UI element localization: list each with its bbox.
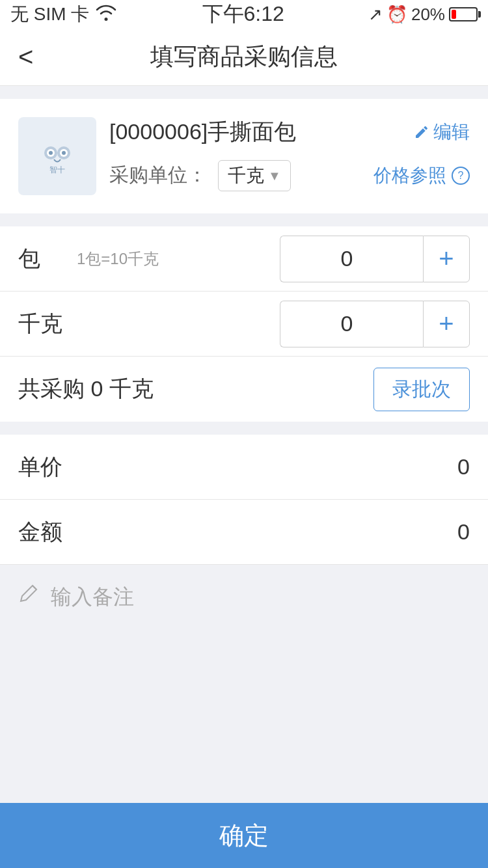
edit-button[interactable]: 编辑 [414, 120, 470, 144]
pack-plus-button[interactable]: + [423, 236, 470, 282]
kg-input[interactable] [280, 301, 423, 347]
amount-row: 金额 0 [0, 500, 488, 565]
svg-text:?: ? [458, 170, 464, 181]
kg-label: 千克 [18, 309, 70, 339]
unit-label: 采购单位： [109, 164, 207, 185]
svg-text:智十: 智十 [49, 165, 65, 174]
amount-value: 0 [457, 519, 470, 545]
back-button[interactable]: < [18, 42, 33, 72]
wifi-icon [94, 3, 118, 26]
status-bar: 无 SIM 卡 下午6:12 ↗ ⏰ 20% [0, 0, 488, 29]
top-divider [0, 86, 488, 99]
kg-plus-button[interactable]: + [423, 301, 470, 347]
record-batch-button[interactable]: 录批次 [373, 368, 470, 411]
alarm-icon: ⏰ [386, 5, 407, 25]
unit-row: 采购单位： 千克 ▼ 价格参照 ? [109, 160, 470, 191]
status-left: 无 SIM 卡 [10, 2, 118, 27]
no-sim-text: 无 SIM 卡 [10, 2, 89, 27]
remark-area[interactable]: 输入备注 [0, 565, 488, 643]
unit-price-label: 单价 [18, 452, 457, 482]
confirm-button[interactable]: 确定 [0, 803, 488, 868]
pencil-icon [18, 583, 42, 606]
pack-number-display [280, 236, 423, 282]
pack-sublabel: 1包=10千克 [77, 249, 280, 269]
pack-label: 包 [18, 244, 70, 274]
svg-point-5 [62, 151, 66, 155]
summary-row: 共采购 0 千克 录批次 [0, 357, 488, 422]
product-info: [0000006]手撕面包 编辑 采购单位： 千克 ▼ 价格参照 ? [109, 117, 470, 191]
product-name: [0000006]手撕面包 [109, 117, 296, 147]
nav-bar: < 填写商品采购信息 [0, 29, 488, 86]
kg-input-control: + [280, 301, 470, 347]
svg-point-4 [49, 151, 53, 155]
status-time: 下午6:12 [202, 0, 284, 29]
pack-input[interactable] [280, 236, 423, 282]
location-icon: ↗ [368, 5, 383, 25]
battery-percent: 20% [411, 5, 445, 25]
kg-input-row: 千克 + [0, 292, 488, 357]
unit-select[interactable]: 千克 ▼ [218, 160, 291, 191]
pack-input-control: + [280, 236, 470, 282]
unit-price-value: 0 [457, 454, 470, 480]
mid-divider-2 [0, 422, 488, 435]
product-header: [0000006]手撕面包 编辑 [109, 117, 470, 147]
unit-price-row: 单价 0 [0, 435, 488, 500]
amount-label: 金额 [18, 517, 457, 547]
kg-number-display [280, 301, 423, 347]
page-title: 填写商品采购信息 [150, 41, 338, 73]
battery-icon [449, 7, 478, 21]
product-card: 智十 [0000006]手撕面包 编辑 采购单位： 千克 ▼ 价格参照 ? [0, 99, 488, 213]
summary-label: 共采购 0 千克 [18, 374, 373, 404]
price-ref-button[interactable]: 价格参照 ? [373, 163, 470, 188]
pack-input-row: 包 1包=10千克 + [0, 226, 488, 292]
product-image: 智十 [18, 117, 96, 195]
chevron-down-icon: ▼ [268, 169, 281, 183]
mid-divider-1 [0, 213, 488, 226]
unit-selector-group: 采购单位： 千克 ▼ [109, 160, 291, 191]
remark-placeholder: 输入备注 [51, 583, 134, 612]
status-right: ↗ ⏰ 20% [368, 5, 478, 25]
